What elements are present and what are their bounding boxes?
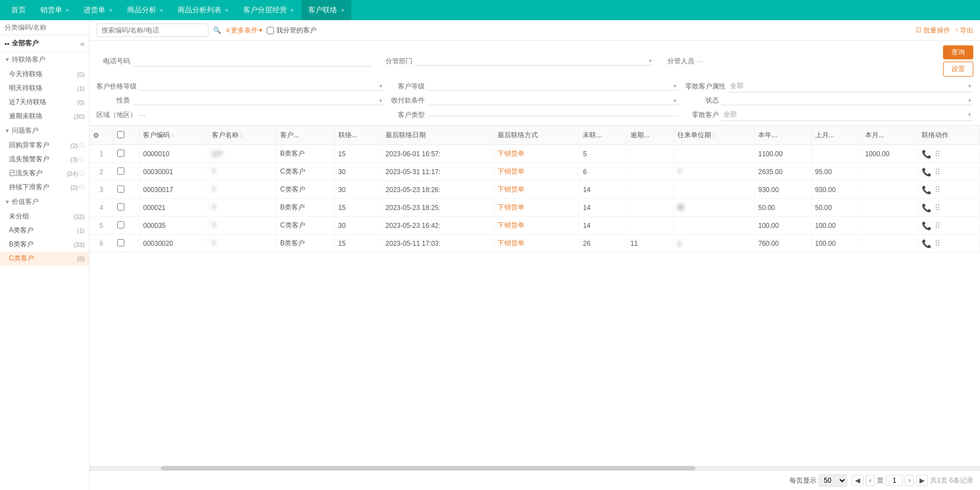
set-button[interactable]: 设置: [943, 62, 973, 77]
sidebar-search-bar[interactable]: 🔍: [0, 20, 89, 35]
col-overdue[interactable]: 逾期...: [626, 126, 674, 145]
sidebar-item-C类客户[interactable]: C类客户(6): [0, 251, 89, 265]
sidebar-item-回购异常客户[interactable]: 回购异常客户(2)ⓘ: [0, 138, 89, 152]
next-page-button[interactable]: ›: [905, 475, 914, 486]
nav-item-sales[interactable]: 销货单×: [34, 0, 76, 20]
phone-action-icon-0[interactable]: 📞: [922, 150, 931, 158]
sidebar-item-明天待联络[interactable]: 明天待联络(1): [0, 81, 89, 95]
export-button[interactable]: ↑ 导出: [955, 26, 973, 35]
nav-item-customer-contact[interactable]: 客户联络×: [301, 0, 351, 20]
my-customers-checkbox[interactable]: [267, 27, 274, 34]
price-level-select[interactable]: ▾: [139, 82, 384, 91]
sidebar-item-已流失客户[interactable]: 已流失客户(24)ⓘ: [0, 166, 89, 180]
col-settings[interactable]: ⚙: [90, 126, 113, 145]
sidebar-search-input[interactable]: [4, 24, 89, 31]
zero-customer-select[interactable]: 全部 ▾: [721, 109, 973, 121]
close-tab-icon-product-analysis-list[interactable]: ×: [225, 7, 228, 13]
nature-select[interactable]: ▾: [132, 96, 384, 105]
more-conditions-button[interactable]: ≡ 更多条件 ▾: [226, 26, 262, 35]
sidebar-item-近7天待联络[interactable]: 近7天待联络(0): [0, 95, 89, 109]
phone-action-icon-1[interactable]: 📞: [922, 167, 931, 176]
info-icon[interactable]: ⓘ: [79, 156, 85, 164]
sidebar-item-A类客户[interactable]: A类客户(1): [0, 223, 89, 237]
row-last-method-5[interactable]: 下销货单: [494, 235, 579, 253]
row-last-method-1[interactable]: 下销货单: [494, 163, 579, 181]
sidebar-item-今天待联络[interactable]: 今天待联络(0): [0, 67, 89, 81]
sidebar-item-持续下滑客户[interactable]: 持续下滑客户(2)ⓘ: [0, 180, 89, 194]
phone-action-icon-4[interactable]: 📞: [922, 221, 931, 230]
last-page-button[interactable]: ▶: [916, 475, 928, 486]
zero-customer-attr-select[interactable]: 全部 ▾: [728, 80, 973, 92]
select-all-checkbox[interactable]: [117, 131, 124, 138]
col-this-month[interactable]: 本月...: [861, 126, 918, 145]
close-tab-icon-purchase[interactable]: ×: [109, 7, 112, 13]
col-name[interactable]: 客户名称↕: [208, 126, 276, 145]
first-page-button[interactable]: ◀: [852, 475, 863, 486]
payment-terms-select[interactable]: ▾: [427, 96, 679, 105]
sidebar-item-B类客户[interactable]: B类客户(33): [0, 237, 89, 251]
more-action-icon-5[interactable]: ⠿: [935, 239, 940, 248]
col-last-month[interactable]: 上月...: [811, 126, 861, 145]
nav-item-product-analysis[interactable]: 商品分析×: [120, 0, 170, 20]
row-checkbox-5[interactable]: [113, 235, 140, 253]
more-action-icon-1[interactable]: ⠿: [935, 167, 940, 176]
col-this-year[interactable]: 本年...: [755, 126, 811, 145]
info-icon[interactable]: ⓘ: [79, 170, 85, 178]
more-action-icon-0[interactable]: ⠿: [935, 150, 940, 158]
col-checkbox[interactable]: [113, 126, 140, 145]
customer-level-select[interactable]: ▾: [427, 82, 679, 91]
sidebar-item-逾期未联络[interactable]: 逾期未联络(30): [0, 109, 89, 123]
horizontal-scrollbar[interactable]: [90, 466, 980, 470]
last-method-link-1[interactable]: 下销货单: [498, 167, 524, 175]
batch-op-button[interactable]: ☑ 批量操作: [916, 26, 950, 35]
col-code[interactable]: 客户编码↕: [140, 126, 208, 145]
phone-action-icon-5[interactable]: 📞: [922, 239, 931, 248]
close-tab-icon-sales[interactable]: ×: [66, 7, 69, 13]
info-icon[interactable]: ⓘ: [79, 142, 85, 150]
col-historical[interactable]: 往来单位期↕: [674, 126, 755, 145]
filter-search-input[interactable]: [96, 24, 208, 37]
close-tab-icon-product-analysis[interactable]: ×: [160, 7, 163, 13]
sidebar-all-customers[interactable]: ▪▪ 全部客户 «: [0, 35, 89, 52]
row-checkbox-0[interactable]: [113, 145, 140, 163]
row-last-method-3[interactable]: 下销货单: [494, 199, 579, 217]
col-type[interactable]: 客户...: [276, 126, 335, 145]
branch-person-dots[interactable]: ···: [696, 57, 703, 66]
collapse-icon[interactable]: «: [80, 39, 85, 48]
last-method-link-5[interactable]: 下销货单: [498, 239, 524, 247]
col-not-contacted[interactable]: 未联...: [579, 126, 627, 145]
filter-search-button[interactable]: 🔍: [213, 26, 221, 34]
more-action-icon-2[interactable]: ⠿: [935, 185, 940, 194]
phone-action-icon-3[interactable]: 📞: [922, 203, 931, 212]
phone-input[interactable]: [132, 56, 372, 67]
row-last-method-0[interactable]: 下销货单: [494, 145, 579, 163]
sidebar-item-流失预警客户[interactable]: 流失预警客户(3)ⓘ: [0, 152, 89, 166]
info-icon[interactable]: ⓘ: [79, 184, 85, 192]
prev-page-button[interactable]: ‹: [866, 475, 875, 486]
sidebar-section-title-pending[interactable]: ▼ 待联络客户: [0, 52, 89, 67]
col-last-method[interactable]: 最后联络方式: [494, 126, 579, 145]
page-number-input[interactable]: [886, 475, 903, 486]
more-action-icon-4[interactable]: ⠿: [935, 221, 940, 230]
nav-item-home[interactable]: 首页: [4, 0, 32, 20]
phone-action-icon-2[interactable]: 📞: [922, 185, 931, 194]
last-method-link-2[interactable]: 下销货单: [498, 185, 524, 193]
last-method-link-0[interactable]: 下销货单: [498, 150, 524, 157]
last-method-link-4[interactable]: 下销货单: [498, 221, 524, 229]
close-tab-icon-customer-contact[interactable]: ×: [341, 7, 344, 13]
row-checkbox-2[interactable]: [113, 181, 140, 199]
sidebar-section-title-problem[interactable]: ▼ 问题客户: [0, 123, 89, 138]
nav-item-purchase[interactable]: 进货单×: [77, 0, 119, 20]
close-tab-icon-customer-segment[interactable]: ×: [290, 7, 294, 13]
row-last-method-4[interactable]: 下销货单: [494, 217, 579, 235]
query-button[interactable]: 查询: [943, 45, 973, 59]
nav-item-customer-segment[interactable]: 客户分层经营×: [236, 0, 300, 20]
col-last-date[interactable]: 最后联络日期: [382, 126, 494, 145]
last-method-link-3[interactable]: 下销货单: [498, 203, 524, 211]
row-checkbox-3[interactable]: [113, 199, 140, 217]
status-select[interactable]: ▾: [721, 96, 973, 105]
nav-item-product-analysis-list[interactable]: 商品分析列表×: [171, 0, 235, 20]
region-dots[interactable]: ···: [139, 110, 146, 119]
sidebar-item-未分组[interactable]: 未分组(32): [0, 209, 89, 223]
col-contact[interactable]: 联络...: [335, 126, 382, 145]
